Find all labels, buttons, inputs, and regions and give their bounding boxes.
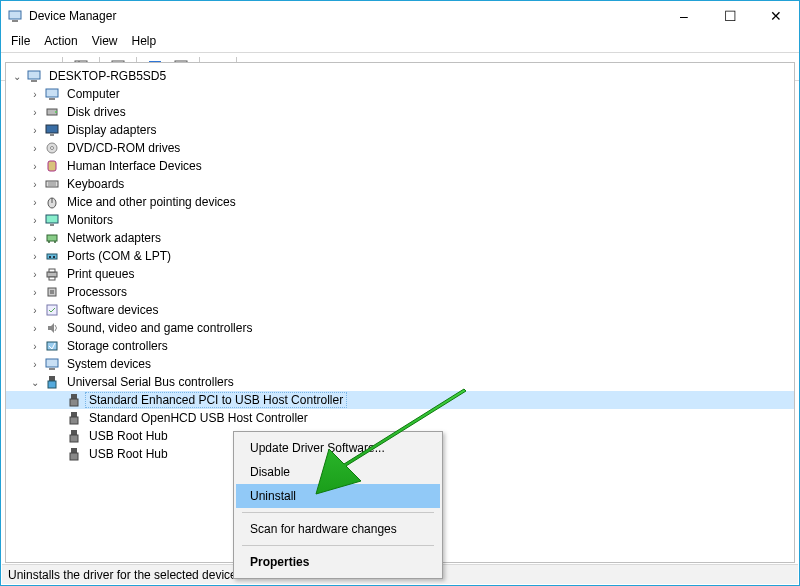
display-icon	[44, 122, 60, 138]
menu-view[interactable]: View	[92, 34, 118, 48]
svg-rect-41	[49, 269, 55, 272]
svg-rect-49	[49, 376, 55, 381]
svg-rect-47	[46, 359, 58, 367]
svg-rect-54	[70, 417, 78, 424]
context-menu-separator	[242, 512, 434, 513]
tree-node-label: Storage controllers	[64, 339, 171, 353]
svg-rect-0	[9, 11, 21, 19]
svg-rect-45	[47, 305, 57, 315]
close-button[interactable]: ✕	[753, 1, 799, 31]
tree-category[interactable]: ›Processors	[6, 283, 794, 301]
ctx-uninstall[interactable]: Uninstall	[236, 484, 440, 508]
svg-rect-22	[46, 125, 58, 133]
tree-node-label: Processors	[64, 285, 130, 299]
chevron-right-icon[interactable]: ›	[28, 285, 42, 299]
svg-point-21	[55, 111, 57, 113]
svg-rect-50	[48, 381, 56, 388]
svg-rect-16	[28, 71, 40, 79]
svg-rect-58	[70, 453, 78, 460]
tree-category[interactable]: ›Network adapters	[6, 229, 794, 247]
chevron-right-icon[interactable]: ›	[28, 249, 42, 263]
tree-category[interactable]: ›Print queues	[6, 265, 794, 283]
tree-category-usb[interactable]: ⌄Universal Serial Bus controllers	[6, 373, 794, 391]
svg-rect-26	[48, 161, 56, 171]
svg-rect-52	[70, 399, 78, 406]
chevron-right-icon[interactable]: ›	[28, 213, 42, 227]
software-icon	[44, 302, 60, 318]
tree-device[interactable]: Standard Enhanced PCI to USB Host Contro…	[6, 391, 794, 409]
computer-icon	[26, 68, 42, 84]
svg-point-36	[54, 241, 56, 243]
tree-category[interactable]: ›Keyboards	[6, 175, 794, 193]
tree-category[interactable]: ›Storage controllers	[6, 337, 794, 355]
tree-category[interactable]: ›Disk drives	[6, 103, 794, 121]
status-text: Uninstalls the driver for the selected d…	[8, 568, 240, 582]
network-icon	[44, 230, 60, 246]
tree-node-label: Human Interface Devices	[64, 159, 205, 173]
menu-file[interactable]: File	[11, 34, 30, 48]
chevron-down-icon[interactable]: ⌄	[10, 69, 24, 83]
tree-category[interactable]: ›Software devices	[6, 301, 794, 319]
tree-root[interactable]: ⌄ DESKTOP-RGB5SD5	[6, 67, 794, 85]
tree-category[interactable]: ›Human Interface Devices	[6, 157, 794, 175]
tree-category[interactable]: ›Ports (COM & LPT)	[6, 247, 794, 265]
tree-device[interactable]: Standard OpenHCD USB Host Controller	[6, 409, 794, 427]
usbdev-icon	[66, 428, 82, 444]
menu-help[interactable]: Help	[132, 34, 157, 48]
chevron-right-icon[interactable]: ›	[28, 321, 42, 335]
tree-node-label: Computer	[64, 87, 123, 101]
chevron-right-icon[interactable]: ›	[28, 123, 42, 137]
chevron-right-icon[interactable]: ›	[28, 177, 42, 191]
title-bar: Device Manager – ☐ ✕	[1, 1, 799, 31]
tree-root-label: DESKTOP-RGB5SD5	[46, 69, 169, 83]
chevron-right-icon[interactable]: ›	[28, 141, 42, 155]
svg-rect-32	[46, 215, 58, 223]
svg-rect-57	[71, 448, 77, 453]
tree-node-label: Software devices	[64, 303, 161, 317]
mouse-icon	[44, 194, 60, 210]
ctx-scan[interactable]: Scan for hardware changes	[236, 517, 440, 541]
tree-category[interactable]: ›Sound, video and game controllers	[6, 319, 794, 337]
ctx-disable[interactable]: Disable	[236, 460, 440, 484]
chevron-right-icon[interactable]: ›	[28, 357, 42, 371]
context-menu-separator	[242, 545, 434, 546]
tree-category[interactable]: ›Computer	[6, 85, 794, 103]
tree-category[interactable]: ›DVD/CD-ROM drives	[6, 139, 794, 157]
tree-node-label: System devices	[64, 357, 154, 371]
svg-rect-55	[71, 430, 77, 435]
tree-category[interactable]: ›Display adapters	[6, 121, 794, 139]
menu-bar: File Action View Help	[1, 31, 799, 53]
chevron-right-icon[interactable]: ›	[28, 267, 42, 281]
svg-rect-48	[49, 368, 55, 370]
printer-icon	[44, 266, 60, 282]
tree-node-label: Standard OpenHCD USB Host Controller	[86, 411, 311, 425]
svg-rect-18	[46, 89, 58, 97]
tree-node-label: Universal Serial Bus controllers	[64, 375, 237, 389]
tree-category[interactable]: ›Mice and other pointing devices	[6, 193, 794, 211]
chevron-right-icon[interactable]: ›	[28, 231, 42, 245]
chevron-right-icon[interactable]: ›	[28, 159, 42, 173]
maximize-button[interactable]: ☐	[707, 1, 753, 31]
chevron-right-icon[interactable]: ›	[28, 87, 42, 101]
tree-category[interactable]: ›Monitors	[6, 211, 794, 229]
usbdev-icon	[66, 410, 82, 426]
tree-category[interactable]: ›System devices	[6, 355, 794, 373]
chevron-down-icon[interactable]: ⌄	[28, 375, 42, 389]
svg-rect-34	[47, 235, 57, 241]
chevron-right-icon[interactable]: ›	[28, 339, 42, 353]
chevron-right-icon[interactable]: ›	[28, 105, 42, 119]
svg-rect-17	[31, 80, 37, 82]
tree-node-label: Mice and other pointing devices	[64, 195, 239, 209]
tree-node-label: Print queues	[64, 267, 137, 281]
sound-icon	[44, 320, 60, 336]
context-menu: Update Driver Software... Disable Uninst…	[233, 431, 443, 579]
chevron-right-icon[interactable]: ›	[28, 303, 42, 317]
usbdev-icon	[66, 392, 82, 408]
ctx-properties[interactable]: Properties	[236, 550, 440, 574]
tree-node-label: Display adapters	[64, 123, 159, 137]
tree-node-label: Sound, video and game controllers	[64, 321, 255, 335]
ctx-update-driver[interactable]: Update Driver Software...	[236, 436, 440, 460]
chevron-right-icon[interactable]: ›	[28, 195, 42, 209]
minimize-button[interactable]: –	[661, 1, 707, 31]
menu-action[interactable]: Action	[44, 34, 77, 48]
